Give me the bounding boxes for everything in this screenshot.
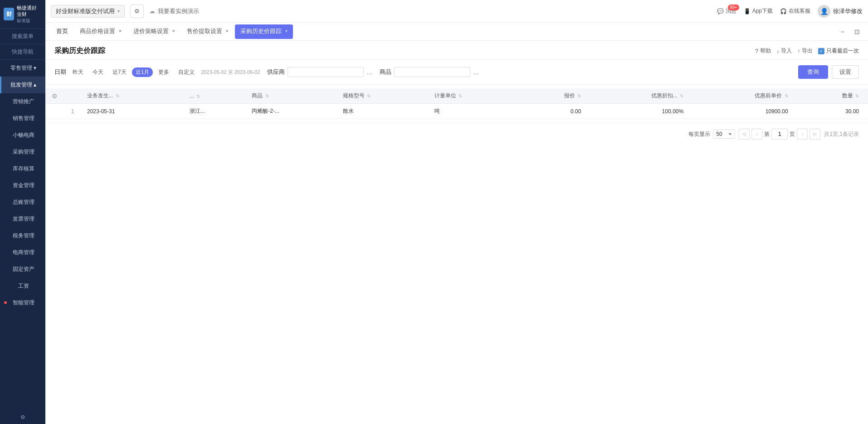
top-header: 好业财标准版交付试用 ▾ ⚙ ☁ 我要看实例演示 💬 消息 99+ 📱 App下… xyxy=(45,0,868,23)
col-unit-header[interactable]: 计量单位 ⇅ xyxy=(429,88,521,104)
demo-button[interactable]: ☁ 我要看实例演示 xyxy=(149,7,199,15)
date-btn-yesterday[interactable]: 昨天 xyxy=(69,67,87,77)
row-supplier-cell: 浙江... xyxy=(184,104,246,119)
version-selector[interactable]: 好业财标准版交付试用 ▾ xyxy=(51,5,125,18)
tab-history-price[interactable]: 采购历史价跟踪 × xyxy=(235,24,293,39)
sidebar-item-finance[interactable]: 资金管理 xyxy=(0,177,45,194)
settings-button[interactable]: 设置 xyxy=(832,65,859,79)
sidebar-item-payroll[interactable]: 工资 xyxy=(0,278,45,294)
col-price-header[interactable]: 报价 ⇅ xyxy=(521,88,586,104)
col-spec-header[interactable]: 规格型号 ⇅ xyxy=(337,88,429,104)
tab-sale-extract-close[interactable]: × xyxy=(226,29,229,34)
sort-icon: ⇅ xyxy=(577,93,581,98)
per-page-select[interactable]: 50 20 100 200 xyxy=(713,130,735,139)
col-discount-label: 优惠折扣... xyxy=(651,92,678,99)
sidebar-item-wholesale[interactable]: 批发管理 ▴ xyxy=(0,77,45,93)
tab-price-close[interactable]: × xyxy=(119,29,122,34)
sort-icon: ⇅ xyxy=(855,93,859,98)
chevron-down-icon: ▾ xyxy=(34,65,36,71)
last-page-btn[interactable]: ⊳ xyxy=(809,129,820,140)
tab-expand-btn[interactable]: ⊡ xyxy=(852,26,863,37)
prev-page-btn[interactable]: ‹ xyxy=(751,129,762,140)
date-btn-today[interactable]: 今天 xyxy=(89,67,107,77)
checkbox-icon: ✓ xyxy=(818,48,824,54)
row-quantity-cell: 30.00 xyxy=(794,104,868,119)
pagination: 每页显示 50 20 100 200 ⊲ ‹ 第 页 xyxy=(45,123,868,145)
date-btn-last7days[interactable]: 近7天 xyxy=(109,67,130,77)
import-label: 导入 xyxy=(781,47,792,55)
tab-home[interactable]: 首页 xyxy=(51,24,73,39)
tab-price[interactable]: 商品价格设置 × xyxy=(74,24,127,39)
supplier-filter-label: 供应商 xyxy=(267,68,285,76)
online-service-button[interactable]: 🎧 在线客服 xyxy=(780,7,810,15)
tab-purchase-strategy[interactable]: 进价策略设置 × xyxy=(128,24,180,39)
col-pre-discount-price-header[interactable]: 优惠前单价 ⇅ xyxy=(689,88,794,104)
sidebar-item-label: 总账管理 xyxy=(13,198,34,206)
column-settings-icon[interactable]: ⚙ xyxy=(52,92,58,100)
next-page-btn[interactable]: › xyxy=(797,129,808,140)
supplier-more-btn[interactable]: ... xyxy=(366,68,372,76)
chevron-down-icon: ▾ xyxy=(117,9,120,14)
tab-sale-extract-label: 售价提取设置 xyxy=(187,27,222,35)
table-header-row: ⚙ 业务发生... ⇅ ... ⇅ xyxy=(45,88,868,104)
col-quantity-header[interactable]: 数量 ⇅ xyxy=(794,88,868,104)
tab-history-price-close[interactable]: × xyxy=(285,29,288,34)
sidebar-item-inventory[interactable]: 库存核算 xyxy=(0,160,45,177)
sidebar-item-ecommerce[interactable]: 电商管理 xyxy=(0,244,45,261)
phone-icon: 📱 xyxy=(744,8,751,14)
import-icon: ↓ xyxy=(776,48,779,54)
first-page-btn[interactable]: ⊲ xyxy=(739,129,750,140)
sidebar-item-sales[interactable]: 销售管理 xyxy=(0,110,45,127)
sort-icon: ⇅ xyxy=(785,93,788,98)
supplier-filter-group: 供应商 ... xyxy=(267,67,372,77)
col-more-header[interactable]: ... ⇅ xyxy=(184,88,246,104)
tab-sale-extract[interactable]: 售价提取设置 × xyxy=(181,24,234,39)
data-table: ⚙ 业务发生... ⇅ ... ⇅ xyxy=(45,88,868,119)
col-goods-header[interactable]: 商品 ⇅ xyxy=(246,88,337,104)
tab-right-controls: − ⊡ xyxy=(837,26,863,37)
gear-icon: ⚙ xyxy=(20,414,25,420)
page-nav: ⊲ ‹ 第 页 › ⊳ xyxy=(739,129,820,140)
date-filter-label: 日期 xyxy=(54,68,66,76)
only-last-checkbox[interactable]: ✓ 只看最后一次 xyxy=(818,47,859,55)
sidebar-item-ecommerce-small[interactable]: 小畅电商 xyxy=(0,127,45,144)
export-button[interactable]: ↑ 导出 xyxy=(797,47,813,55)
app-download-button[interactable]: 📱 App下载 xyxy=(744,7,773,15)
help-button[interactable]: ? 帮助 xyxy=(755,47,771,55)
sidebar-item-tax[interactable]: 税务管理 xyxy=(0,227,45,244)
date-btn-more[interactable]: 更多 xyxy=(155,67,173,77)
date-range-display: 2023-05-02 至 2023-06-02 xyxy=(201,69,260,76)
col-discount-header[interactable]: 优惠折扣... ⇅ xyxy=(586,88,689,104)
export-icon: ↑ xyxy=(797,48,800,54)
goods-more-btn[interactable]: ... xyxy=(473,68,479,76)
query-button[interactable]: 查询 xyxy=(798,65,828,79)
sidebar-item-fixed-assets[interactable]: 固定资产 xyxy=(0,261,45,278)
date-btn-last1month[interactable]: 近1月 xyxy=(132,67,153,77)
header-right: 💬 消息 99+ 📱 App下载 🎧 在线客服 👤 徐泽华修改 xyxy=(717,5,863,18)
sidebar-settings-btn[interactable]: ⚙ xyxy=(0,410,45,424)
user-menu[interactable]: 👤 徐泽华修改 xyxy=(818,5,863,18)
sidebar-item-general-ledger[interactable]: 总账管理 xyxy=(0,194,45,211)
import-button[interactable]: ↓ 导入 xyxy=(776,47,792,55)
supplier-input[interactable] xyxy=(292,69,360,75)
sidebar-item-purchase[interactable]: 采购管理 xyxy=(0,144,45,160)
sidebar-item-retail[interactable]: 零售管理 ▾ xyxy=(0,60,45,77)
date-options: 昨天 今天 近7天 近1月 更多 自定义 xyxy=(69,67,198,77)
tab-minimize-btn[interactable]: − xyxy=(837,26,848,37)
date-btn-custom[interactable]: 自定义 xyxy=(175,67,198,77)
col-date-header[interactable]: 业务发生... ⇅ xyxy=(82,88,184,104)
sidebar-search[interactable]: 搜索菜单 xyxy=(0,29,45,44)
sidebar-item-smart[interactable]: 智能管理 xyxy=(0,294,45,311)
question-icon: ? xyxy=(755,48,758,54)
sidebar: 财 畅捷通好业财 标准版 搜索菜单 快捷导航 零售管理 ▾ 批发管理 ▴ 营销推… xyxy=(0,0,45,424)
messages-button[interactable]: 💬 消息 99+ xyxy=(717,7,736,15)
sidebar-item-marketing[interactable]: 营销推广 xyxy=(0,93,45,110)
tab-purchase-strategy-close[interactable]: × xyxy=(172,29,175,34)
goods-input[interactable] xyxy=(398,69,466,75)
config-button[interactable]: ⚙ xyxy=(130,5,144,18)
sidebar-item-invoice[interactable]: 发票管理 xyxy=(0,211,45,227)
page-number-input[interactable] xyxy=(771,129,788,140)
goods-filter-group: 商品 ... xyxy=(380,67,479,77)
sort-icon: ⇅ xyxy=(458,93,462,98)
sidebar-nav[interactable]: 快捷导航 xyxy=(0,44,45,60)
